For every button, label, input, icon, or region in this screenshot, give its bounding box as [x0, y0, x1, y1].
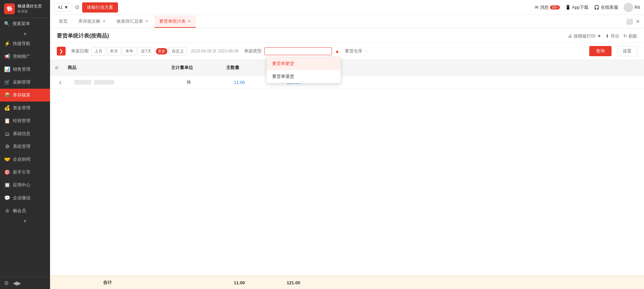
sidebar-item-label: 快捷导航 — [13, 41, 30, 47]
col-header-goods: 商品 — [64, 63, 158, 73]
sidebar-item-marketing[interactable]: 📢 营销推广 — [0, 50, 50, 63]
filter-toggle-btn[interactable]: ❯ — [57, 47, 66, 55]
dropdown-arrow-icon: ▼ — [64, 5, 68, 10]
type-filter-group: 单据类型 ▲ — [244, 47, 339, 55]
date-btn-this-month[interactable]: 本月 — [107, 47, 121, 55]
warehouse-more-icon[interactable]: ··· — [365, 49, 369, 54]
topbar-gear-icon[interactable]: ⚙ — [75, 4, 79, 10]
set-btn[interactable]: 设置 — [617, 46, 637, 56]
data-table: ⚙ 商品 主计量单位 主数量 零售金额 1 块 11.00 121.00 — [50, 60, 644, 289]
basic-icon: 🗂 — [4, 131, 10, 137]
tab-inventory-batch[interactable]: 库存批次账 ✕ — [74, 16, 111, 28]
finance-icon: 💰 — [4, 105, 10, 111]
tab-receive-summary-close[interactable]: ✕ — [145, 19, 148, 24]
print-action[interactable]: 🖨 按模板打印 ▼ — [568, 33, 601, 39]
sidebar-item-quick-nav[interactable]: ⚡ 快捷导航 — [0, 37, 50, 50]
store-value: 41 — [58, 5, 63, 10]
sidebar-scroll-down[interactable]: ▼ — [0, 217, 50, 225]
type-input[interactable] — [264, 47, 332, 55]
cell-goods-1 — [70, 78, 165, 87]
tab-restore-icon[interactable]: ⬜ — [626, 18, 633, 25]
online-service-label: 在线客服 — [601, 4, 618, 10]
sidebar-item-appstore[interactable]: 🔲 应用中心 — [0, 179, 50, 192]
message-icon: ✉ — [535, 5, 539, 10]
print-label: 按模板打印 — [574, 33, 596, 39]
sidebar-item-enterprise[interactable]: 🤝 企业协同 — [0, 153, 50, 166]
operation-icon: 📋 — [4, 118, 10, 124]
sidebar-item-wechat[interactable]: 💬 企业微信 — [0, 192, 50, 204]
col-header-qty: 主数量 — [206, 63, 260, 73]
tab-inventory-batch-label: 库存批次账 — [78, 18, 100, 24]
print-arrow-icon: ▼ — [597, 34, 601, 39]
tab-requisition-stats-close[interactable]: ✕ — [188, 19, 191, 24]
query-btn[interactable]: 查询 — [589, 46, 612, 56]
sidebar-search[interactable]: 🔍 搜索菜单 — [0, 18, 50, 29]
sidebar-bottom: ⚙ ◀▶ — [0, 277, 50, 289]
app-download-btn[interactable]: 📱 App下载 — [565, 4, 589, 10]
filter-bar: ❯ 单据日期 上月 本月 本年 近7天 更多 自定义 2023-05-06 至 … — [50, 43, 644, 60]
tab-home[interactable]: 首页 — [54, 16, 72, 28]
sidebar-item-system[interactable]: ⚙ 系统管理 — [0, 140, 50, 153]
page-title: 要货单统计表(按商品) — [57, 32, 109, 40]
logo-icon: 畅 — [4, 3, 15, 14]
online-service-btn[interactable]: 🎧 在线客服 — [594, 4, 618, 10]
search-icon: 🔍 — [4, 21, 10, 26]
app-download-label: App下载 — [572, 4, 589, 10]
sidebar-item-sales[interactable]: 📊 销售管理 — [0, 63, 50, 76]
service-icon: 🎧 — [594, 5, 599, 10]
sidebar-item-vip[interactable]: ♔ 畅会员 — [0, 204, 50, 217]
tab-actions: ⬜ ✕ — [626, 18, 640, 25]
sidebar-item-guide[interactable]: 🎯 新手引导 — [0, 166, 50, 179]
date-btn-7days[interactable]: 近7天 — [138, 47, 154, 55]
messages-btn[interactable]: ✉ 消息 99+ — [535, 4, 560, 10]
date-btn-custom[interactable]: 自定义 — [169, 47, 187, 55]
messages-badge: 99+ — [550, 5, 560, 9]
date-more-tag[interactable]: 更多 — [156, 48, 167, 54]
date-btn-last-month[interactable]: 上月 — [91, 47, 105, 55]
table-settings-btn[interactable]: ⚙ — [50, 65, 64, 70]
tab-inventory-batch-close[interactable]: ✕ — [102, 19, 106, 24]
date-label: 单据日期 — [71, 48, 89, 54]
cell-index-1: 1 — [50, 78, 70, 87]
tab-close-all-icon[interactable]: ✕ — [636, 18, 640, 25]
sidebar-scroll-up[interactable]: ▲ — [0, 29, 50, 37]
footer-qty: 11.00 — [212, 280, 266, 285]
sidebar-item-label: 采购管理 — [13, 79, 30, 85]
goods-placeholder — [74, 80, 161, 85]
type-dropdown-arrow-icon[interactable]: ▲ — [335, 48, 339, 54]
sidebar-item-label: 畅会员 — [13, 208, 26, 214]
cell-qty-1[interactable]: 11.00 — [212, 78, 266, 87]
type-dropdown: 要货单要货 要货单退货 — [266, 57, 341, 83]
page-actions: 🖨 按模板打印 ▼ ⬇ 导出 ↻ 刷新 — [568, 33, 637, 39]
logo-title: 畅捷通好生意 — [18, 4, 42, 9]
export-label: 导出 — [611, 33, 619, 39]
collapse-icon[interactable]: ◀▶ — [13, 280, 21, 286]
dropdown-item-requisition-return[interactable]: 要货单退货 — [267, 70, 340, 83]
trial-btn[interactable]: 体验行业方案 — [82, 2, 118, 13]
refresh-icon: ↻ — [623, 34, 627, 39]
system-icon: ⚙ — [4, 143, 10, 150]
refresh-action[interactable]: ↻ 刷新 — [623, 33, 637, 39]
tab-receive-summary[interactable]: 收发存汇总表 ✕ — [112, 16, 153, 28]
sidebar-search-label: 搜索菜单 — [13, 21, 30, 27]
sidebar-item-purchase[interactable]: 🛒 采购管理 — [0, 76, 50, 89]
date-range-display: 2023-05-06 至 2023-06-06 — [191, 48, 239, 54]
sidebar-item-operation[interactable]: 📋 经营管理 — [0, 114, 50, 127]
table-empty-space — [50, 89, 644, 276]
goods-tag-2 — [94, 80, 114, 85]
store-dropdown[interactable]: 41 ▼ — [54, 3, 72, 12]
sidebar-item-label: 经营管理 — [13, 118, 30, 124]
footer-label: 合计 — [50, 280, 165, 286]
sidebar-logo: 畅 畅捷通好生意 标准版 — [0, 0, 50, 18]
dropdown-item-requisition-goods[interactable]: 要货单要货 — [267, 57, 340, 70]
user-avatar-btn[interactable]: Rit — [624, 3, 640, 12]
export-action[interactable]: ⬇ 导出 — [605, 33, 619, 39]
table-header: ⚙ 商品 主计量单位 主数量 零售金额 — [50, 60, 644, 76]
sidebar-item-basic[interactable]: 🗂 基础信息 — [0, 127, 50, 140]
settings-icon[interactable]: ⚙ — [4, 280, 9, 286]
enterprise-icon: 🤝 — [4, 156, 10, 162]
tab-requisition-stats[interactable]: 要货单统计表 ✕ — [154, 16, 196, 28]
sidebar-item-inventory[interactable]: 📦 库存核算 — [0, 89, 50, 102]
date-btn-this-year[interactable]: 本年 — [122, 47, 137, 55]
sidebar-item-finance[interactable]: 💰 资金管理 — [0, 102, 50, 114]
